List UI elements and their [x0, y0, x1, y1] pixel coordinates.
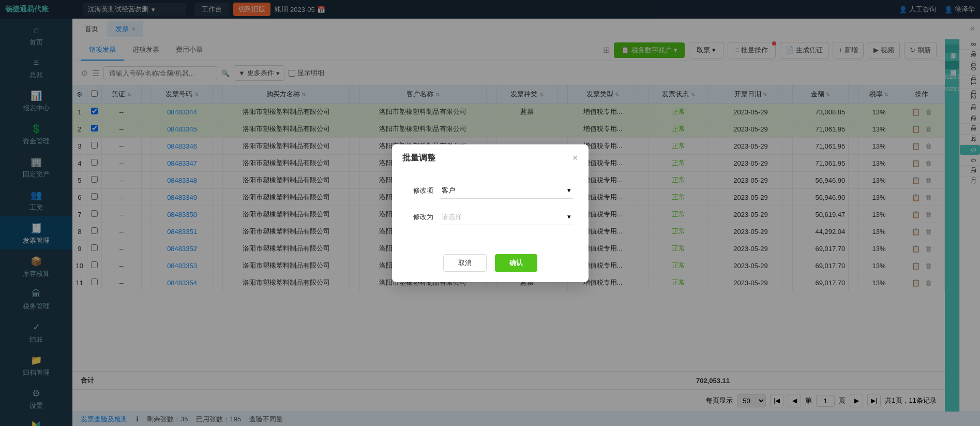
modal-footer: 取消 确认 [392, 248, 589, 282]
form-row-change: 修改为 请选择 ▾ [408, 209, 573, 225]
modal-confirm-button[interactable]: 确认 [495, 254, 537, 272]
change-label: 修改为 [408, 212, 433, 222]
change-placeholder: 请选择 [442, 212, 462, 222]
modal-cancel-button[interactable]: 取消 [443, 254, 487, 272]
chevron-down-icon: ▾ [567, 213, 571, 221]
change-selector[interactable]: 请选择 ▾ [440, 209, 573, 225]
modal-title: 批量调整 [402, 153, 435, 164]
batch-adjust-modal: 批量调整 × 修改项 客户 ▾ 修改为 请选择 ▾ 取消 确认 [392, 144, 589, 282]
field-selector[interactable]: 客户 ▾ [440, 183, 573, 199]
field-value: 客户 [442, 186, 455, 195]
field-label: 修改项 [408, 186, 433, 195]
chevron-down-icon: ▾ [567, 186, 571, 194]
form-row-field: 修改项 客户 ▾ [408, 183, 573, 199]
modal-overlay: 批量调整 × 修改项 客户 ▾ 修改为 请选择 ▾ 取消 确认 [0, 0, 980, 426]
modal-body: 修改项 客户 ▾ 修改为 请选择 ▾ [392, 170, 589, 248]
modal-header: 批量调整 × [392, 144, 589, 170]
modal-close-button[interactable]: × [572, 153, 578, 164]
